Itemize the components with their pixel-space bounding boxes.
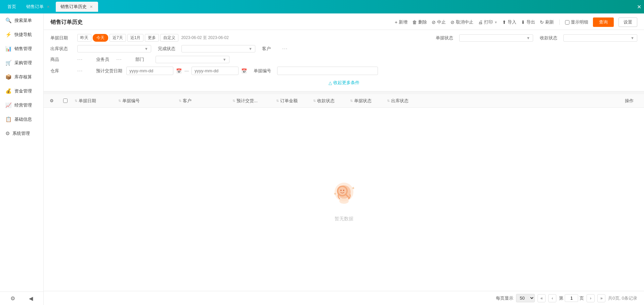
refresh-icon: ↻ bbox=[540, 20, 544, 25]
delete-icon: 🗑 bbox=[412, 20, 417, 25]
sidebar-item-sales-mgmt[interactable]: 📊 销售管理 bbox=[0, 42, 43, 56]
sidebar-item-quick-nav[interactable]: ⚡ 快捷导航 bbox=[0, 28, 43, 42]
tab-home-label: 首页 bbox=[7, 4, 16, 10]
collapse-bar[interactable]: △ 收起更多条件 bbox=[50, 78, 637, 87]
sidebar-item-sys-mgmt[interactable]: ⚙ 系统管理 bbox=[0, 126, 43, 141]
th-pay-status-label: 收款状态 bbox=[317, 98, 335, 104]
complete-arrow: ▼ bbox=[249, 47, 252, 51]
date-btn-7days[interactable]: 近7天 bbox=[110, 34, 126, 42]
order-status-select[interactable]: ▼ bbox=[459, 34, 533, 42]
settings-button[interactable]: 设置 bbox=[618, 17, 637, 27]
th-delivery-sort-icon: ⇅ bbox=[232, 99, 235, 103]
th-delivery[interactable]: ⇅ 预计交货... bbox=[230, 98, 273, 104]
th-check[interactable] bbox=[58, 99, 72, 103]
collapse-label: 收起更多条件 bbox=[333, 80, 359, 86]
content-area: 销售订单历史 + 新增 🗑 删除 ⊘ 中止 ⊘ 取消中止 bbox=[44, 13, 644, 305]
per-page-select[interactable]: 50 10 20 100 bbox=[516, 294, 535, 302]
date-btn-custom[interactable]: 自定义 bbox=[160, 34, 178, 42]
delivery-date-label: 预计交货日期 bbox=[96, 68, 126, 74]
th-stock-status[interactable]: ⇅ 出库状态 bbox=[384, 98, 428, 104]
pagination: 每页显示 50 10 20 100 « ‹ 第 页 › » 共0页, 0条记录 bbox=[44, 291, 644, 305]
customer-label: 客户 bbox=[262, 46, 282, 52]
stock-out-label: 出库状态 bbox=[50, 46, 77, 52]
date-btn-more[interactable]: 更多 bbox=[145, 34, 159, 42]
tab-sales-order[interactable]: 销售订单 ✕ bbox=[22, 2, 55, 12]
sidebar-item-purchase-mgmt[interactable]: 🛒 采购管理 bbox=[0, 56, 43, 70]
th-op: 操作 bbox=[616, 98, 643, 104]
query-button[interactable]: 查询 bbox=[593, 17, 614, 27]
th-no[interactable]: ⇅ 单据编号 bbox=[116, 98, 176, 104]
date-btn-yesterday[interactable]: 昨天 bbox=[77, 34, 91, 42]
tab-sales-order-history-close[interactable]: ✕ bbox=[89, 4, 93, 9]
th-order-sort-icon: ⇅ bbox=[350, 99, 353, 103]
print-button[interactable]: 🖨 打印 ▼ bbox=[478, 19, 498, 25]
th-settings[interactable]: ⚙ bbox=[45, 98, 58, 103]
sidebar-item-inventory[interactable]: 📦 库存核算 bbox=[0, 70, 43, 84]
select-all-checkbox[interactable] bbox=[63, 99, 68, 103]
show-detail-label[interactable]: 显示明细 bbox=[565, 19, 588, 25]
sidebar-item-base-info-label: 基础信息 bbox=[14, 116, 32, 122]
close-window-icon[interactable]: ✕ bbox=[637, 4, 641, 10]
complete-status-select[interactable]: ▼ bbox=[181, 45, 255, 52]
sales-icon: 📊 bbox=[5, 46, 12, 52]
refresh-button[interactable]: ↻ 刷新 bbox=[540, 19, 554, 25]
warehouse-dots[interactable]: ··· bbox=[77, 68, 83, 74]
th-pay-status[interactable]: ⇅ 收款状态 bbox=[310, 98, 347, 104]
collapse-icon: △ bbox=[329, 80, 332, 85]
salesman-label: 业务员 bbox=[96, 56, 116, 63]
stock-out-select[interactable]: ▼ bbox=[77, 45, 151, 52]
th-date[interactable]: ⇅ 单据日期 bbox=[72, 98, 116, 104]
tab-sales-order-close[interactable]: ✕ bbox=[46, 4, 50, 9]
svg-text:✦: ✦ bbox=[351, 186, 355, 191]
goods-dots[interactable]: ··· bbox=[77, 56, 83, 63]
import-button[interactable]: ⬆ 导入 bbox=[502, 19, 516, 25]
sidebar-collapse-icon[interactable]: ◀ bbox=[29, 295, 33, 302]
sidebar-item-search[interactable]: 🔍 搜索菜单 bbox=[0, 13, 43, 28]
sidebar-settings-icon[interactable]: ⚙ bbox=[10, 295, 15, 302]
date-btn-today[interactable]: 今天 bbox=[93, 34, 108, 42]
sidebar-item-base-info[interactable]: 📋 基础信息 bbox=[0, 112, 43, 126]
calendar-to-icon[interactable]: 📅 bbox=[241, 68, 247, 74]
export-button[interactable]: ⬇ 导出 bbox=[521, 19, 535, 25]
last-page-button[interactable]: » bbox=[597, 294, 605, 302]
th-date-label: 单据日期 bbox=[79, 98, 96, 104]
receipt-status-select[interactable]: ▼ bbox=[563, 34, 637, 42]
new-icon: + bbox=[395, 20, 397, 25]
stop-label: 中止 bbox=[437, 19, 446, 25]
salesman-dots[interactable]: ··· bbox=[116, 56, 122, 63]
date-btn-1month[interactable]: 近1月 bbox=[127, 34, 144, 42]
prev-page-button[interactable]: ‹ bbox=[548, 294, 556, 302]
calendar-from-icon[interactable]: 📅 bbox=[176, 68, 182, 74]
order-no-input[interactable] bbox=[277, 67, 378, 75]
table-header: ⚙ ⇅ 单据日期 ⇅ 单据编号 ⇅ 客户 ⇅ bbox=[44, 94, 644, 108]
tab-home[interactable]: 首页 bbox=[3, 2, 21, 12]
sidebar-item-purchase-label: 采购管理 bbox=[14, 60, 32, 66]
customer-dots[interactable]: ··· bbox=[282, 46, 288, 52]
next-page-button[interactable]: › bbox=[587, 294, 595, 302]
delivery-date-to[interactable] bbox=[191, 67, 239, 75]
stop-button[interactable]: ⊘ 中止 bbox=[432, 19, 446, 25]
first-page-button[interactable]: « bbox=[538, 294, 546, 302]
current-page-input[interactable] bbox=[565, 294, 578, 302]
sidebar-item-fund-label: 资金管理 bbox=[14, 88, 32, 94]
tab-sales-order-history[interactable]: 销售订单历史 ✕ bbox=[56, 2, 98, 12]
cancel-stop-button[interactable]: ⊘ 取消中止 bbox=[450, 19, 473, 25]
sidebar-item-operation[interactable]: 📈 经营管理 bbox=[0, 98, 43, 112]
new-button[interactable]: + 新增 bbox=[395, 19, 407, 25]
date-dash: — bbox=[184, 68, 189, 73]
sidebar-item-inventory-label: 库存核算 bbox=[14, 74, 32, 80]
dept-label: 部门 bbox=[135, 56, 156, 63]
th-customer[interactable]: ⇅ 客户 bbox=[176, 98, 230, 104]
table-area: ⚙ ⇅ 单据日期 ⇅ 单据编号 ⇅ 客户 ⇅ bbox=[44, 94, 644, 291]
show-detail-checkbox[interactable] bbox=[565, 20, 569, 25]
delete-button[interactable]: 🗑 删除 bbox=[412, 19, 427, 25]
th-amount[interactable]: ⇅ 订单金额 bbox=[273, 98, 310, 104]
th-pay-sort-icon: ⇅ bbox=[313, 99, 316, 103]
th-order-status[interactable]: ⇅ 单据状态 bbox=[347, 98, 384, 104]
dept-select[interactable]: ▼ bbox=[156, 56, 229, 63]
sidebar-item-fund[interactable]: 💰 资金管理 bbox=[0, 84, 43, 98]
tab-sales-order-label: 销售订单 bbox=[26, 4, 44, 10]
delivery-date-from[interactable] bbox=[126, 67, 173, 75]
th-delivery-label: 预计交货... bbox=[237, 98, 258, 104]
cancel-stop-label: 取消中止 bbox=[456, 19, 473, 25]
